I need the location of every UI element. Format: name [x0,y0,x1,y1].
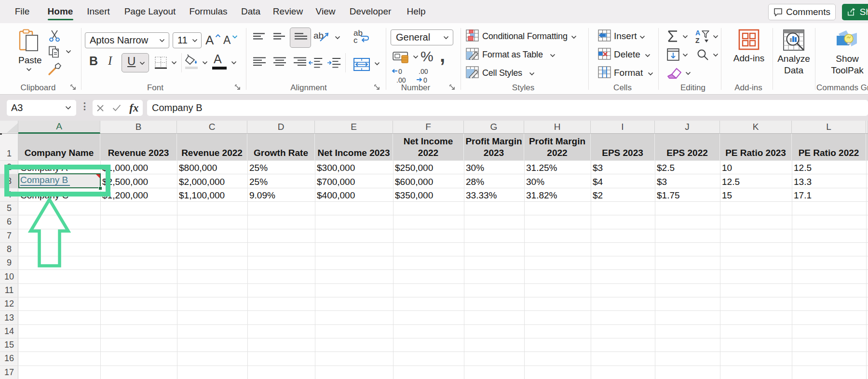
svg-text:Z: Z [695,37,700,43]
svg-text:.00: .00 [419,68,428,75]
svg-text:0: 0 [398,68,402,75]
svg-text:A: A [695,29,700,37]
svg-text:.00: .00 [396,76,406,84]
svg-text:0: 0 [423,76,427,84]
